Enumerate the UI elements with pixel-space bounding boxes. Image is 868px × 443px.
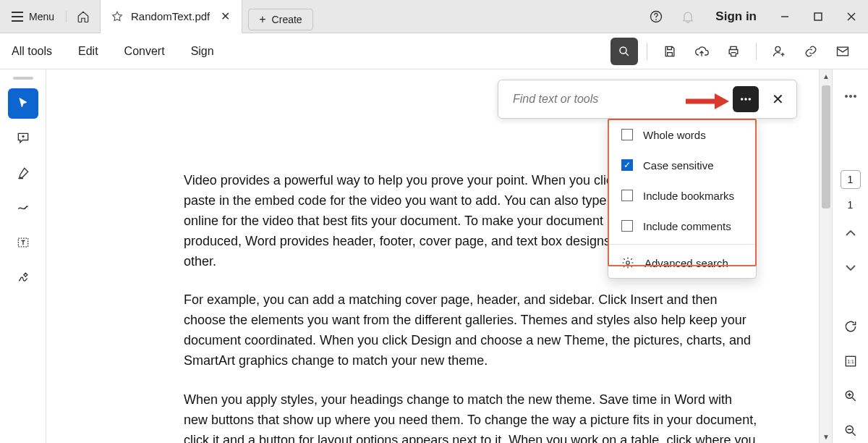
divider — [756, 43, 757, 60]
option-case-sensitive[interactable]: Case sensitive — [608, 150, 756, 180]
pointer-icon — [16, 96, 30, 111]
signin-button[interactable]: Sign in — [704, 9, 768, 24]
svg-point-4 — [775, 46, 780, 51]
search-icon — [618, 45, 631, 58]
checkbox-icon — [621, 190, 633, 201]
add-people-button[interactable] — [765, 38, 793, 65]
svg-point-16 — [749, 98, 752, 101]
scroll-up-button[interactable]: ▲ — [820, 69, 832, 83]
option-whole-words[interactable]: Whole words — [608, 119, 756, 150]
find-input[interactable] — [504, 93, 733, 106]
help-icon — [649, 9, 663, 24]
minimize-icon — [780, 12, 789, 21]
find-options-button[interactable] — [733, 86, 759, 112]
maximize-button[interactable] — [801, 0, 835, 33]
scroll-down-button[interactable]: ▼ — [820, 430, 832, 443]
pen-icon — [16, 270, 30, 284]
svg-point-8 — [849, 95, 852, 98]
separator — [608, 244, 756, 245]
tab-close-button[interactable]: ✕ — [217, 9, 233, 23]
menu-button[interactable]: Menu — [0, 11, 67, 22]
create-button[interactable]: + Create — [248, 9, 312, 30]
left-toolbar — [0, 69, 46, 443]
page-total: 1 — [848, 199, 854, 211]
option-label: Include bookmarks — [643, 190, 734, 202]
option-label: Case sensitive — [643, 159, 714, 172]
select-tool[interactable] — [8, 88, 38, 119]
page-down-button[interactable] — [838, 256, 864, 280]
print-button[interactable] — [720, 38, 747, 65]
checkbox-checked-icon — [621, 159, 633, 171]
home-button[interactable] — [67, 0, 101, 33]
star-icon — [111, 10, 124, 23]
save-button[interactable] — [656, 38, 684, 65]
close-window-button[interactable] — [835, 0, 868, 33]
menu-edit[interactable]: Edit — [78, 45, 111, 58]
scroll-thumb[interactable] — [822, 85, 830, 208]
menu-sign[interactable]: Sign — [191, 45, 227, 58]
svg-text:1:1: 1:1 — [847, 358, 854, 363]
add-person-icon — [772, 44, 786, 59]
right-panel: 1 1 1:1 — [832, 69, 868, 443]
save-icon — [663, 44, 677, 59]
page-current[interactable]: 1 — [841, 170, 861, 190]
paragraph: When you apply styles, your headings cha… — [184, 390, 760, 443]
gear-icon — [621, 256, 634, 269]
find-options-menu: Whole words Case sensitive Include bookm… — [608, 119, 757, 279]
ellipsis-icon — [740, 97, 752, 101]
zoom-in-button[interactable] — [838, 384, 864, 408]
svg-rect-2 — [814, 13, 822, 20]
svg-point-9 — [854, 95, 856, 98]
notifications-button[interactable] — [672, 0, 704, 33]
email-button[interactable] — [829, 38, 856, 65]
vertical-scrollbar[interactable]: ▲ ▼ — [819, 69, 832, 443]
option-include-bookmarks[interactable]: Include bookmarks — [608, 180, 756, 211]
option-include-comments[interactable]: Include comments — [608, 211, 756, 241]
drag-handle[interactable] — [13, 77, 33, 80]
menu-alltools[interactable]: All tools — [12, 45, 65, 58]
rotate-button[interactable] — [838, 314, 864, 339]
mail-icon — [835, 44, 850, 59]
divider — [647, 43, 647, 60]
close-icon — [847, 12, 856, 21]
option-label: Include comments — [643, 220, 731, 232]
comment-tool[interactable] — [8, 123, 38, 153]
highlight-tool[interactable] — [8, 158, 38, 188]
fit-icon: 1:1 — [843, 354, 858, 368]
zoom-out-icon — [843, 423, 858, 438]
svg-point-7 — [845, 95, 848, 98]
find-close-button[interactable]: ✕ — [765, 86, 791, 112]
comment-icon — [16, 131, 30, 145]
sign-tool[interactable] — [8, 262, 38, 292]
hamburger-icon — [12, 12, 23, 22]
svg-rect-5 — [838, 47, 848, 56]
find-bar: ✕ — [498, 80, 797, 119]
cloud-upload-button[interactable] — [688, 38, 715, 65]
checkbox-icon — [621, 220, 633, 232]
zoom-out-button[interactable] — [838, 418, 864, 443]
fit-page-button[interactable]: 1:1 — [838, 349, 864, 374]
svg-point-15 — [744, 98, 747, 101]
chevron-up-icon — [846, 229, 856, 237]
menu-convert[interactable]: Convert — [124, 45, 178, 58]
document-tab[interactable]: RandomText.pdf ✕ — [101, 0, 242, 33]
textbox-tool[interactable] — [8, 227, 38, 258]
bell-icon — [681, 9, 695, 24]
option-advanced-search[interactable]: Advanced search — [608, 248, 756, 278]
draw-tool[interactable] — [8, 193, 38, 223]
draw-icon — [16, 201, 30, 215]
home-icon — [77, 10, 90, 23]
zoom-in-icon — [843, 389, 858, 403]
plus-icon: + — [259, 13, 265, 26]
page-up-button[interactable] — [838, 221, 864, 245]
ellipsis-icon — [844, 94, 857, 98]
find-button[interactable] — [610, 38, 638, 65]
svg-point-3 — [620, 47, 626, 54]
checkbox-icon — [621, 129, 633, 140]
paragraph: For example, you can add a matching cove… — [184, 290, 760, 371]
highlighter-icon — [16, 166, 30, 180]
panel-options-button[interactable] — [838, 84, 864, 109]
help-button[interactable] — [640, 0, 672, 33]
minimize-button[interactable] — [768, 0, 801, 33]
link-button[interactable] — [797, 38, 825, 65]
